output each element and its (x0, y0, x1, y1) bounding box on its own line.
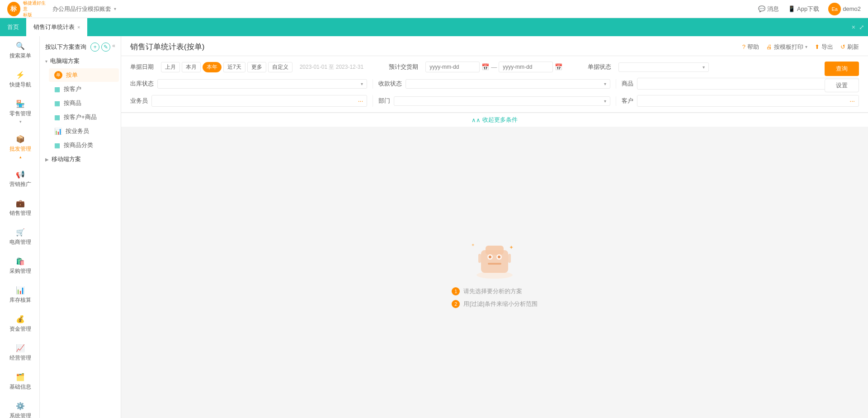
sales-icon: 💼 (16, 199, 25, 208)
bill-status-label: 单据状态 (588, 63, 611, 71)
sidebar-item-finance[interactable]: 💰 资金管理 (0, 309, 39, 338)
help-btn[interactable]: ? 帮助 (742, 43, 759, 51)
collapse-bar[interactable]: ∧∧ 收起更多条件 (121, 113, 868, 127)
app-icon: 📱 (788, 5, 795, 12)
date-btn-this-year[interactable]: 本年 (203, 62, 222, 72)
window-expand-btn[interactable]: ⤢ (859, 24, 864, 31)
sidebar: 🔍 搜索菜单 ⚡ 快捷导航 🏪 零售管理 ▾ 📦 批发管理 ▴ 📢 营销推广 💼… (0, 36, 40, 418)
empty-tip-2: 2 用[过滤]条件来缩小分析范围 (452, 300, 537, 308)
sidebar-item-search[interactable]: 🔍 搜索菜单 (0, 36, 39, 65)
scheme-group-pc-header[interactable]: ▾ 电脑端方案 (40, 54, 121, 68)
tab-home[interactable]: 首页 (0, 18, 26, 36)
print-btn[interactable]: 🖨 按模板打印 ▾ (766, 43, 807, 51)
page-title: 销售订单统计表(按单) (130, 42, 204, 52)
scheme-group-mobile-arrow: ▶ (45, 157, 49, 162)
scheme-item-by-category[interactable]: ▦ 按商品分类 (49, 138, 119, 152)
scheme-add-btn[interactable]: + (90, 43, 99, 52)
basic-icon: 🗂️ (16, 373, 25, 381)
customer-dots-icon[interactable]: ··· (849, 97, 855, 104)
bill-status-select[interactable]: ▾ (618, 62, 709, 72)
table-icon-goods: ▦ (54, 100, 60, 107)
sidebar-item-inventory[interactable]: 📊 库存核算 (0, 280, 39, 309)
sidebar-item-sales[interactable]: 💼 销售管理 (0, 194, 39, 223)
refresh-btn[interactable]: ↺ 刷新 (840, 43, 859, 51)
collapse-label: 收起更多条件 (482, 116, 518, 124)
tab-window-controls: × ⤢ (852, 24, 868, 31)
goods-field: 商品 ··· (616, 78, 859, 90)
print-icon: 🖨 (766, 43, 772, 50)
app-download-btn[interactable]: 📱 App下载 (788, 5, 819, 13)
date-btn-more[interactable]: 更多 (247, 62, 266, 72)
scheme-collapse-btn[interactable]: « (112, 43, 115, 52)
dept-select[interactable]: ▾ (394, 96, 610, 106)
scheme-group-mobile-header[interactable]: ▶ 移动端方案 (40, 152, 121, 166)
window-close-btn[interactable]: × (852, 24, 855, 31)
calendar-end-icon[interactable]: 📅 (555, 63, 562, 71)
print-dropdown-icon[interactable]: ▾ (805, 44, 807, 49)
expected-date-end[interactable] (499, 62, 553, 72)
page-header: 销售订单统计表(按单) ? 帮助 🖨 按模板打印 ▾ ⬆ (121, 36, 868, 56)
scheme-item-by-order[interactable]: 单 按单 (49, 68, 119, 82)
calendar-start-icon[interactable]: 📅 (481, 63, 489, 71)
message-icon: 💬 (758, 5, 765, 12)
date-btn-custom[interactable]: 自定义 (268, 62, 292, 72)
scheme-item-by-goods[interactable]: ▦ 按商品 (49, 96, 119, 110)
page-header-inner: 销售订单统计表(按单) ? 帮助 🖨 按模板打印 ▾ ⬆ (130, 42, 859, 52)
page-title-bar: 办公用品行业模拟账套 ▾ (52, 5, 753, 13)
scheme-group-pc-items: 单 按单 ▦ 按客户 ▦ 按商品 ▦ (40, 68, 121, 152)
user-avatar: Ea (828, 3, 841, 15)
query-btn[interactable]: 查询 (825, 62, 859, 76)
message-btn[interactable]: 💬 消息 (758, 5, 779, 13)
user-profile-btn[interactable]: Ea demo2 (828, 3, 861, 15)
date-btn-last-month[interactable]: 上月 (161, 62, 180, 72)
tab-sales-order[interactable]: 销售订单统计表 × (26, 18, 87, 36)
tip-1-num: 1 (452, 287, 460, 295)
scheme-group-pc: ▾ 电脑端方案 单 按单 ▦ 按客户 ▦ (40, 54, 121, 152)
ship-status-select[interactable]: ▾ (157, 79, 367, 89)
sidebar-item-marketing[interactable]: 📢 营销推广 (0, 165, 39, 194)
main-layout: 🔍 搜索菜单 ⚡ 快捷导航 🏪 零售管理 ▾ 📦 批发管理 ▴ 📢 营销推广 💼… (0, 36, 868, 418)
svg-rect-7 (488, 263, 501, 265)
tip-2-num: 2 (452, 300, 460, 308)
main-content: 销售订单统计表(按单) ? 帮助 🖨 按模板打印 ▾ ⬆ (121, 36, 868, 418)
logo-text: 畅捷通好生意 标版 (23, 0, 47, 18)
sidebar-item-purchase[interactable]: 🛍️ 采购管理 (0, 252, 39, 280)
scheme-panel-header: 按以下方案查询 + ✎ « (40, 40, 121, 54)
retail-expand-icon: ▾ (19, 119, 22, 124)
scheme-item-by-customer[interactable]: ▦ 按客户 (49, 82, 119, 96)
collapse-icon: ∧∧ (472, 117, 481, 124)
purchase-icon: 🛍️ (16, 257, 25, 266)
wholesale-expand-icon: ▴ (19, 155, 22, 159)
empty-tip-1: 1 请先选择要分析的方案 (452, 287, 537, 295)
retail-icon: 🏪 (16, 100, 25, 108)
date-btn-7days[interactable]: 近7天 (223, 62, 245, 72)
sidebar-item-system[interactable]: ⚙️ 系统管理 (0, 396, 39, 418)
sidebar-item-operation[interactable]: 📈 经营管理 (0, 338, 39, 367)
scheme-group-pc-label: 电脑端方案 (50, 57, 80, 65)
receipt-status-select[interactable]: ▾ (406, 79, 610, 89)
sidebar-item-basic[interactable]: 🗂️ 基础信息 (0, 367, 39, 396)
scheme-edit-btn[interactable]: ✎ (101, 43, 110, 52)
expected-date-start[interactable] (425, 62, 480, 72)
sidebar-item-quick-nav[interactable]: ⚡ 快捷导航 (0, 65, 39, 94)
staff-input[interactable]: ··· (151, 95, 367, 107)
page-title-dropdown-icon[interactable]: ▾ (114, 6, 116, 11)
scheme-item-by-cust-goods[interactable]: ▦ 按客户+商品 (49, 110, 119, 124)
receipt-status-arrow: ▾ (604, 81, 606, 86)
reset-btn[interactable]: 设置 (825, 79, 859, 92)
scheme-group-arrow: ▾ (45, 59, 47, 64)
sidebar-item-ecom[interactable]: 🛒 电商管理 (0, 223, 39, 252)
filter-row-1: 单据日期 上月 本月 本年 近7天 更多 自定义 2023-01-01 至 20… (130, 62, 859, 72)
refresh-icon: ↺ (840, 43, 845, 50)
empty-tips: 1 请先选择要分析的方案 2 用[过滤]条件来缩小分析范围 (452, 287, 537, 308)
scheme-item-by-staff[interactable]: 📊 按业务员 (49, 124, 119, 138)
customer-input[interactable]: ··· (637, 95, 859, 107)
tab-close-icon[interactable]: × (77, 24, 80, 30)
ecom-icon: 🛒 (16, 228, 25, 237)
staff-dots-icon[interactable]: ··· (358, 97, 363, 104)
export-btn[interactable]: ⬆ 导出 (815, 43, 833, 51)
finance-icon: 💰 (16, 315, 25, 323)
sidebar-item-wholesale[interactable]: 📦 批发管理 ▴ (0, 129, 39, 165)
date-btn-this-month[interactable]: 本月 (182, 62, 201, 72)
sidebar-item-retail[interactable]: 🏪 零售管理 ▾ (0, 94, 39, 129)
